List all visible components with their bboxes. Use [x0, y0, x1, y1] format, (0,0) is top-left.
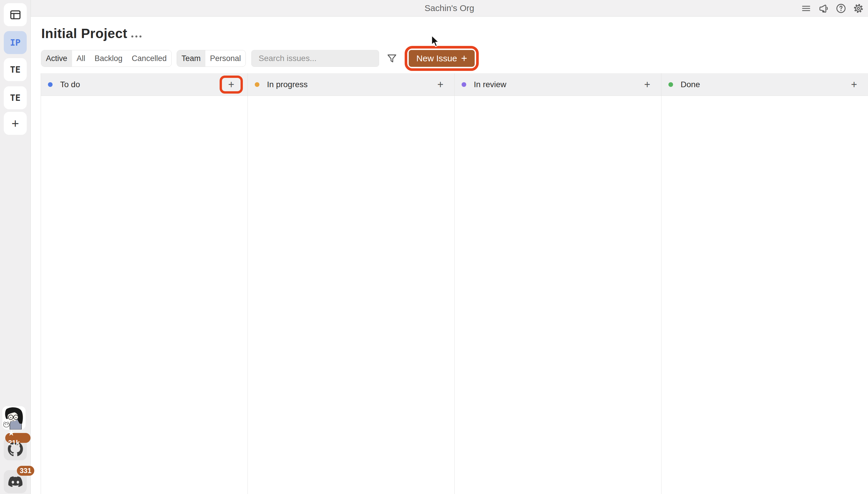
- plus-icon: +: [228, 79, 234, 90]
- workspace-initials: TE: [10, 93, 20, 103]
- column-header-done: Done +: [662, 73, 868, 96]
- sidebar-item-workspace-te-2[interactable]: TE: [4, 86, 27, 109]
- column-body-todo: [41, 96, 248, 494]
- workspace-initials: TE: [10, 64, 20, 75]
- plus-icon: +: [644, 79, 650, 90]
- board-column-done: Done +: [662, 73, 868, 494]
- column-header-in-progress: In progress +: [248, 73, 454, 96]
- project-more-button[interactable]: [131, 32, 145, 41]
- page-title: Initial Project: [41, 25, 127, 41]
- filter-button[interactable]: [386, 52, 398, 65]
- new-issue-highlight-ring: New Issue +: [405, 46, 479, 71]
- filter-row: Active All Backlog Cancelled Team Person…: [41, 50, 479, 67]
- plus-icon: +: [461, 53, 467, 64]
- add-issue-button-in-progress[interactable]: +: [434, 78, 447, 91]
- column-title: In progress: [267, 80, 308, 89]
- board-column-in-review: In review +: [455, 73, 662, 494]
- avatar-illustration: [2, 406, 25, 430]
- workspace-title: Sachin's Org: [31, 3, 868, 13]
- funnel-icon: [387, 53, 397, 64]
- status-dot-in-review: [461, 82, 466, 87]
- github-stars-badge: ★ 21k: [5, 433, 31, 443]
- github-stars-count: ★ 21k: [8, 428, 27, 448]
- user-avatar[interactable]: [2, 406, 25, 430]
- column-title: To do: [60, 80, 80, 89]
- add-issue-button-done[interactable]: +: [848, 78, 861, 91]
- tab-backlog[interactable]: Backlog: [90, 50, 127, 66]
- layout-icon: [10, 10, 21, 19]
- plus-icon: +: [12, 116, 19, 131]
- discord-icon: [8, 476, 23, 488]
- column-body-in-progress: [248, 96, 454, 494]
- add-issue-button-todo[interactable]: +: [222, 78, 240, 91]
- announcement-icon: [818, 3, 829, 14]
- announcement-button[interactable]: [818, 3, 829, 14]
- status-dot-in-progress: [255, 82, 259, 87]
- new-issue-label: New Issue: [416, 54, 457, 63]
- workspace-sidebar: IP TE TE +: [0, 0, 31, 494]
- board-column-in-progress: In progress +: [248, 73, 455, 494]
- ellipsis-icon: [131, 35, 133, 37]
- tab-active[interactable]: Active: [41, 50, 72, 66]
- workspace-switcher-button[interactable]: [4, 3, 27, 26]
- sidebar-item-workspace-ip[interactable]: IP: [4, 31, 27, 54]
- discord-count-badge: 331: [17, 466, 34, 476]
- discord-count: 331: [20, 466, 32, 476]
- column-body-in-review: [455, 96, 661, 494]
- new-issue-button[interactable]: New Issue +: [409, 50, 475, 67]
- settings-icon: [853, 3, 864, 14]
- tab-personal[interactable]: Personal: [205, 50, 246, 66]
- add-workspace-button[interactable]: +: [4, 112, 27, 135]
- kanban-board: To do + In progress +: [41, 73, 868, 494]
- topbar-actions: [801, 0, 864, 17]
- app-window: IP TE TE +: [0, 0, 868, 494]
- todo-add-highlight-ring: +: [220, 76, 243, 94]
- topbar: Sachin's Org: [31, 0, 868, 17]
- column-header-todo: To do +: [41, 73, 248, 96]
- help-icon: [835, 3, 847, 14]
- sidebar-item-workspace-te-1[interactable]: TE: [4, 58, 27, 81]
- column-title: Done: [680, 80, 700, 89]
- plus-icon: +: [437, 79, 443, 90]
- tab-all[interactable]: All: [72, 50, 90, 66]
- plus-icon: +: [851, 79, 857, 90]
- menu-button[interactable]: [801, 3, 812, 14]
- search-input[interactable]: [251, 50, 379, 67]
- status-dot-todo: [48, 82, 53, 87]
- board-column-todo: To do +: [41, 73, 248, 494]
- tab-cancelled[interactable]: Cancelled: [127, 50, 171, 66]
- help-button[interactable]: [835, 3, 847, 14]
- add-issue-button-in-review[interactable]: +: [641, 78, 654, 91]
- scope-filter-tabs: Team Personal: [177, 50, 246, 67]
- menu-icon: [801, 3, 811, 14]
- column-body-done: [662, 96, 868, 494]
- tab-team[interactable]: Team: [177, 50, 205, 66]
- workspace-initials: IP: [10, 37, 20, 48]
- status-dot-done: [668, 82, 673, 87]
- status-filter-tabs: Active All Backlog Cancelled: [41, 50, 172, 67]
- settings-button[interactable]: [853, 3, 864, 14]
- column-header-in-review: In review +: [455, 73, 661, 96]
- column-title: In review: [474, 80, 506, 89]
